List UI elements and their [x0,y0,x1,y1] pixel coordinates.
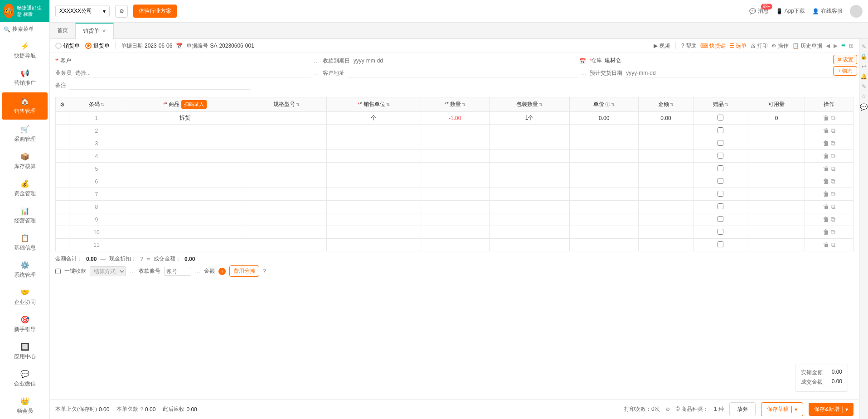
company-selector[interactable]: XXXXXX公司 ▾ [55,5,110,17]
delete-btn[interactable]: 🗑 [823,203,829,210]
sidebar-item-sales[interactable]: 🏠 销售管理 [2,92,48,120]
cell-gift-7[interactable] [693,201,748,213]
delete-btn[interactable]: 🗑 [823,114,829,121]
cell-gift-6[interactable] [693,188,748,201]
copy-btn[interactable]: ⧉ [831,114,835,121]
cell-price-6[interactable] [570,188,639,201]
cell-product-7[interactable] [124,201,246,213]
cell-price-3[interactable] [570,150,639,163]
cell-product-1[interactable] [124,125,246,137]
cell-spec-5[interactable] [246,175,327,188]
salesperson-input[interactable] [74,69,311,77]
account-input[interactable] [164,267,191,276]
cell-product-10[interactable] [124,239,246,251]
setup-btn[interactable]: ⚙ 设置 [833,55,857,64]
copy-btn[interactable]: ⧉ [831,190,835,197]
cell-spec-6[interactable] [246,188,327,201]
grid-view-btn[interactable]: ⊞ [849,43,853,49]
customer-address-input[interactable] [347,69,578,77]
app-download-btn[interactable]: 📱 App下载 [776,7,805,15]
sidebar-item-member[interactable]: 👑 畅会员 [0,392,49,419]
cell-gift-8[interactable] [693,213,748,226]
cell-spec-8[interactable] [246,213,327,226]
expense-help-icon[interactable]: ? [263,268,266,275]
salesperson-dots-btn[interactable]: … [314,70,319,77]
copy-btn[interactable]: ⧉ [831,216,835,223]
sidebar-item-finance[interactable]: 💰 资金管理 [0,175,49,202]
cell-qty-2[interactable] [421,137,489,150]
payment-calendar-icon[interactable]: 📅 [579,58,586,64]
sidebar-item-business[interactable]: 📊 经营管理 [0,202,49,229]
copy-btn[interactable]: ⧉ [831,152,835,159]
cell-qty-5[interactable] [421,175,489,188]
delete-btn[interactable]: 🗑 [823,127,829,134]
sort-gift-icon[interactable]: ⇅ [725,102,728,107]
delete-btn[interactable]: 🗑 [823,216,829,223]
online-service-btn[interactable]: 👤 在线客服 [812,7,843,15]
cell-price-0[interactable]: 0.00 [570,112,639,125]
print-settings-icon[interactable]: ⚙ [665,406,670,413]
cell-qty-9[interactable] [421,226,489,239]
logistics-btn[interactable]: + 物流 [833,66,857,76]
sort-qty-icon[interactable]: ⇅ [462,102,466,107]
copy-btn[interactable]: ⧉ [831,165,835,172]
delete-btn[interactable]: 🗑 [823,140,829,147]
cell-spec-10[interactable] [246,239,327,251]
sidebar-item-guide[interactable]: 🎯 新手引导 [0,311,49,338]
save-draft-btn[interactable]: 保存草稿 ▾ [761,402,803,416]
calendar-icon[interactable]: 📅 [176,43,183,49]
customer-input[interactable] [74,57,311,65]
right-icon-3[interactable]: ↩ [862,63,866,70]
payment-method-select[interactable]: 结算方式 [90,266,126,276]
cell-gift-2[interactable] [693,137,748,150]
price-info-icon[interactable]: ⓘ [605,101,610,108]
operation-btn[interactable]: ⚙ 操作 [771,42,789,50]
settings-gear-btn[interactable]: ⚙ [115,5,128,18]
cell-price-2[interactable] [570,137,639,150]
cell-product-0[interactable]: 拆货 [124,112,246,125]
expected-date-input[interactable] [625,69,844,77]
save-draft-chevron[interactable]: ▾ [791,406,797,413]
sidebar-item-apps[interactable]: 🔲 应用中心 [0,338,49,365]
cell-spec-4[interactable] [246,163,327,175]
copy-btn[interactable]: ⧉ [831,140,835,147]
sidebar-item-basic[interactable]: 📋 基础信息 [0,229,49,256]
cell-qty-7[interactable] [421,201,489,213]
delete-btn[interactable]: 🗑 [823,165,829,172]
notes-input[interactable] [69,81,250,90]
delete-btn[interactable]: 🗑 [823,178,829,185]
sort-spec-icon[interactable]: ⇅ [296,102,300,107]
customer-dots-btn[interactable]: … [314,58,319,64]
cell-product-6[interactable] [124,188,246,201]
user-avatar[interactable] [850,5,863,18]
cell-product-5[interactable] [124,175,246,188]
sidebar-item-search[interactable]: 🔍 搜索菜单 [0,22,49,37]
cell-product-3[interactable] [124,150,246,163]
experience-btn[interactable]: 体验行业方案 [133,5,177,18]
cell-product-4[interactable] [124,163,246,175]
help-btn[interactable]: ? 帮助 [681,42,697,50]
history-btn[interactable]: 📋 历史单据 [792,42,822,50]
delete-btn[interactable]: 🗑 [823,228,829,236]
shortcut-btn[interactable]: ⌨ 快捷键 [700,42,726,50]
cell-spec-7[interactable] [246,201,327,213]
cell-spec-3[interactable] [246,150,327,163]
save-new-btn[interactable]: 保存&新增 ▾ [809,403,853,416]
select-btn[interactable]: ☰ 选单 [729,42,747,50]
sidebar-item-purchase[interactable]: 🛒 采购管理 [0,120,49,148]
account-dots-btn[interactable]: … [195,268,200,275]
cell-gift-4[interactable] [693,163,748,175]
next-btn[interactable]: ▶ [834,43,838,49]
one-click-checkbox[interactable] [55,269,61,274]
sidebar-item-enterprise[interactable]: 🤝 企业协同 [0,284,49,311]
right-icon-7[interactable]: 💬 [860,103,868,111]
cell-gift-5[interactable] [693,175,748,188]
scan-btn[interactable]: 扫码录入 [181,100,207,109]
cell-spec-1[interactable] [246,125,327,137]
right-icon-4[interactable]: 🔔 [860,73,867,80]
cell-price-1[interactable] [570,125,639,137]
tab-home[interactable]: 首页 [50,23,75,39]
prev-btn[interactable]: ◀ [826,43,830,49]
sidebar-item-quick[interactable]: ⚡ 快捷导航 [0,37,49,64]
cell-qty-10[interactable] [421,239,489,251]
